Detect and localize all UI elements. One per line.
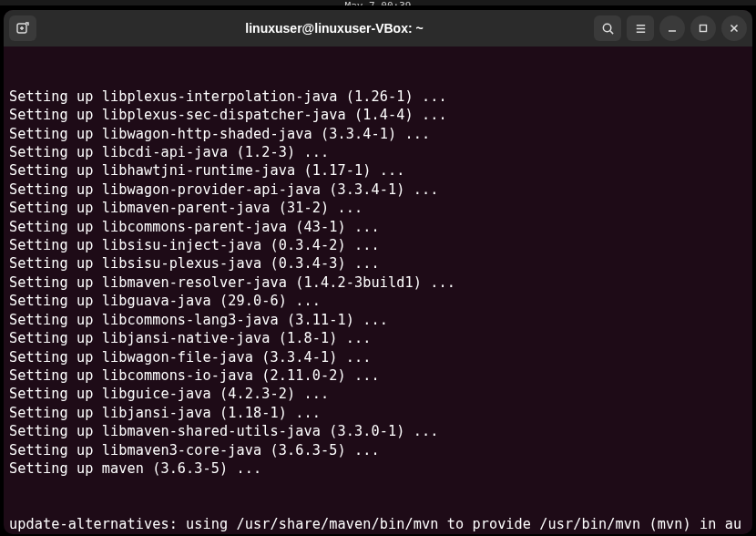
minimize-button[interactable] <box>659 15 685 41</box>
output-line: Setting up libplexus-interpolation-java … <box>9 88 747 106</box>
window-title: linuxuser@linuxuser-VBox: ~ <box>80 21 588 36</box>
output-line: Setting up libcommons-io-java (2.11.0-2)… <box>9 366 747 385</box>
output-line: Setting up libwagon-provider-api-java (3… <box>9 180 747 199</box>
terminal-window: linuxuser@linuxuser-VBox: ~ <box>4 10 752 534</box>
output-line: Setting up libhawtjni-runtime-java (1.17… <box>9 161 747 180</box>
output-line: Setting up libplexus-sec-dispatcher-java… <box>9 106 747 124</box>
new-tab-button[interactable] <box>9 15 36 41</box>
output-line: Setting up libmaven-shared-utils-java (3… <box>9 422 747 440</box>
output-line: Setting up libguice-java (4.2.3-2) ... <box>9 385 747 403</box>
output-line: update-alternatives: using /usr/share/ma… <box>9 515 747 534</box>
output-line: Setting up libmaven-parent-java (31-2) .… <box>9 199 747 217</box>
output-line: Setting up libsisu-plexus-java (0.3.4-3)… <box>9 254 747 273</box>
output-line: Setting up maven (3.6.3-5) ... <box>9 459 747 478</box>
svg-rect-9 <box>700 26 707 32</box>
svg-line-4 <box>609 30 612 33</box>
output-line: Setting up libwagon-http-shaded-java (3.… <box>9 125 747 143</box>
output-line: Setting up libcommons-lang3-java (3.11-1… <box>9 311 747 329</box>
output-line: Setting up libjansi-native-java (1.8-1) … <box>9 329 747 347</box>
output-line: Setting up libcommons-parent-java (43-1)… <box>9 218 747 236</box>
output-line: Setting up libcdi-api-java (1.2-3) ... <box>9 143 747 161</box>
output-line: Setting up libsisu-inject-java (0.3.4-2)… <box>9 236 747 254</box>
search-icon <box>601 22 615 36</box>
close-icon <box>729 23 740 34</box>
desktop-topbar: May 7 00:39 <box>0 0 756 5</box>
output-line: Setting up libmaven3-core-java (3.6.3-5)… <box>9 441 747 459</box>
titlebar: linuxuser@linuxuser-VBox: ~ <box>4 10 752 46</box>
new-tab-icon <box>15 21 30 36</box>
output-line: Setting up libwagon-file-java (3.3.4-1) … <box>9 348 747 366</box>
output-line: Setting up libguava-java (29.0-6) ... <box>9 292 747 310</box>
maximize-icon <box>698 23 709 34</box>
maximize-button[interactable] <box>690 15 716 41</box>
terminal-output[interactable]: Setting up libplexus-interpolation-java … <box>4 46 752 534</box>
hamburger-icon <box>634 22 648 36</box>
output-line: Setting up libjansi-java (1.18-1) ... <box>9 404 747 422</box>
search-button[interactable] <box>594 15 621 41</box>
svg-point-3 <box>603 24 610 31</box>
close-button[interactable] <box>721 15 747 41</box>
clock-text: May 7 00:39 <box>345 0 412 5</box>
menu-button[interactable] <box>627 15 654 41</box>
output-line: Setting up libmaven-resolver-java (1.4.2… <box>9 273 747 292</box>
minimize-icon <box>667 23 678 34</box>
